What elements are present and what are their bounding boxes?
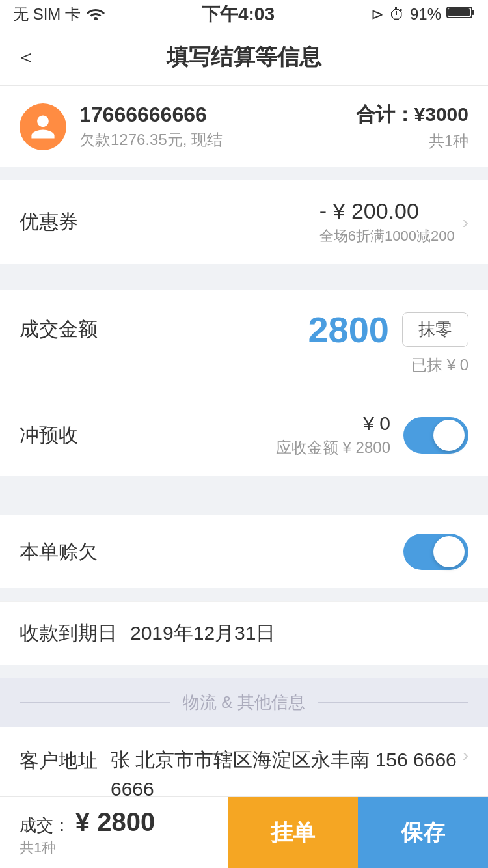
amount-sub-text: 已抹 ¥ 0: [20, 355, 468, 375]
prepay-amount: ¥ 0: [276, 413, 390, 435]
bottom-amount: ¥ 2800: [75, 807, 155, 836]
due-date-label: 收款到期日: [20, 620, 117, 647]
section-divider-1: [0, 277, 488, 290]
customer-total-value: 合计：¥3000: [356, 102, 468, 128]
logistics-text: 物流 & 其他信息: [170, 691, 318, 714]
customer-summary: 合计：¥3000 共1种: [356, 102, 468, 152]
address-chevron-icon: ›: [463, 745, 468, 766]
customer-info-row: 17666666666 欠款1276.35元, 现结 合计：¥3000 共1种: [0, 86, 488, 167]
sim-label: 无 SIM 卡: [13, 4, 81, 25]
amount-value: 2800: [308, 308, 389, 351]
hold-button[interactable]: 挂单: [228, 797, 358, 869]
customer-total-count: 共1种: [356, 131, 468, 152]
save-button[interactable]: 保存: [358, 797, 488, 869]
content-area: 17666666666 欠款1276.35元, 现结 合计：¥3000 共1种 …: [0, 86, 488, 868]
coupon-desc: 全场6折满1000减200: [319, 226, 455, 246]
customer-phone: 17666666666: [79, 103, 223, 127]
customer-debt: 欠款1276.35元, 现结: [79, 129, 223, 150]
battery-icon: [446, 5, 475, 23]
logistics-line-left: [20, 702, 170, 703]
amount-value-group: 2800 抹零: [308, 308, 468, 351]
customer-left: 17666666666 欠款1276.35元, 现结: [20, 103, 223, 150]
coupon-value: - ¥ 200.00: [319, 198, 455, 224]
due-date-value: 2019年12月31日: [130, 620, 275, 647]
status-time: 下午4:03: [202, 2, 275, 27]
prepay-toggle[interactable]: [403, 417, 468, 454]
status-bar: 无 SIM 卡 下午4:03 ⊳ ⏱ 91%: [0, 0, 488, 29]
coupon-label: 优惠券: [20, 209, 78, 236]
address-label: 客户地址: [20, 745, 98, 774]
svg-rect-2: [472, 10, 474, 15]
logistics-line-right: [318, 702, 468, 703]
status-left: 无 SIM 卡: [13, 4, 105, 25]
svg-rect-1: [448, 8, 470, 16]
arrears-section: 本单赊欠: [0, 515, 488, 588]
bottom-count: 共1种: [20, 838, 208, 858]
prepay-right: ¥ 0 应收金额 ¥ 2800: [276, 413, 468, 458]
bottom-transaction-label: 成交：: [20, 815, 70, 835]
alarm-icon: ⏱: [389, 5, 405, 23]
nav-bar: ＜ 填写结算等信息: [0, 29, 488, 86]
location-icon: ⊳: [371, 5, 384, 23]
battery-level: 91%: [410, 5, 441, 23]
status-right: ⊳ ⏱ 91%: [371, 5, 475, 23]
wifi-icon: [86, 5, 105, 23]
customer-details: 17666666666 欠款1276.35元, 现结: [79, 103, 223, 150]
arrears-toggle[interactable]: [403, 534, 468, 570]
address-value: 张 北京市市辖区海淀区永丰南 156 6666 6666: [111, 745, 463, 804]
chevron-right-icon: ›: [463, 212, 468, 233]
arrears-label: 本单赊欠: [20, 539, 98, 565]
due-date-section: 收款到期日 2019年12月31日: [0, 601, 488, 665]
coupon-right: - ¥ 200.00 全场6折满1000减200 ›: [319, 198, 468, 246]
coupon-row[interactable]: 优惠券 - ¥ 200.00 全场6折满1000减200 ›: [0, 180, 488, 264]
bottom-bar: 成交： ¥ 2800 共1种 挂单 保存: [0, 796, 488, 868]
prepay-section: 冲预收 ¥ 0 应收金额 ¥ 2800: [0, 394, 488, 476]
coupon-info: - ¥ 200.00 全场6折满1000减200: [319, 198, 455, 246]
round-button[interactable]: 抹零: [402, 312, 468, 347]
transaction-section: 成交金额 2800 抹零 已抹 ¥ 0: [0, 290, 488, 394]
back-button[interactable]: ＜: [16, 43, 36, 72]
bottom-transaction-line: 成交： ¥ 2800: [20, 807, 208, 837]
logistics-separator: 物流 & 其他信息: [0, 678, 488, 727]
section-divider-2: [0, 489, 488, 502]
avatar: [20, 103, 66, 150]
page-title: 填写结算等信息: [167, 42, 321, 72]
prepay-value-group: ¥ 0 应收金额 ¥ 2800: [276, 413, 390, 458]
prepay-label: 冲预收: [20, 422, 78, 449]
amount-label: 成交金额: [20, 316, 98, 343]
bottom-info: 成交： ¥ 2800 共1种: [0, 807, 228, 858]
prepay-desc: 应收金额 ¥ 2800: [276, 437, 390, 458]
amount-row: 成交金额 2800 抹零: [20, 308, 468, 351]
